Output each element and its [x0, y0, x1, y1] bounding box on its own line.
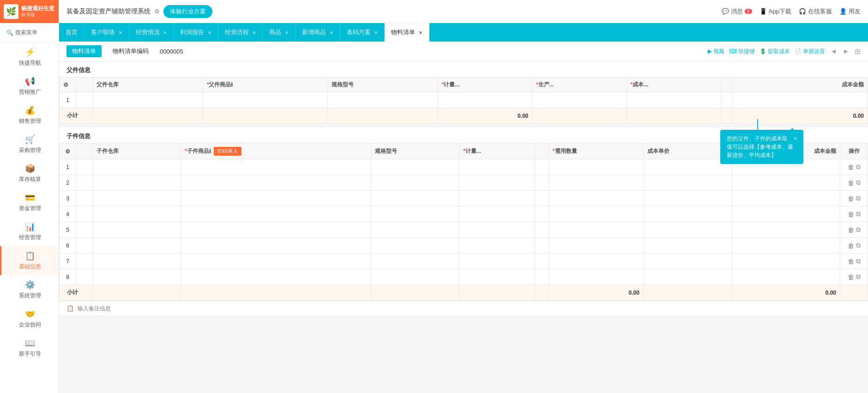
parent-cell-spec-1[interactable] [328, 92, 438, 108]
toolbar-tab-bom-code[interactable]: 物料清单编码 [107, 45, 154, 57]
child-unitcost-8[interactable] [643, 269, 731, 285]
remark-input[interactable] [78, 305, 861, 312]
nav-tab-close-history[interactable]: × [253, 29, 256, 36]
child-warehouse-4[interactable] [93, 206, 181, 222]
child-product-6[interactable] [181, 238, 371, 254]
delete-icon-1[interactable]: 🗑 [848, 163, 854, 171]
child-product-7[interactable] [181, 254, 371, 269]
child-spec-8[interactable] [371, 269, 459, 285]
child-unit-5[interactable] [459, 222, 535, 238]
copy-icon-5[interactable]: ⧉ [856, 226, 861, 234]
delete-icon-2[interactable]: 🗑 [848, 179, 854, 187]
child-unit-8[interactable] [459, 269, 535, 285]
delete-icon-8[interactable]: 🗑 [848, 273, 854, 281]
copy-icon-4[interactable]: ⧉ [856, 210, 861, 218]
tooltip-close-button[interactable]: × [794, 134, 797, 143]
online-service-button[interactable]: 🎧 在线客服 [799, 7, 832, 16]
child-spec-7[interactable] [371, 254, 459, 269]
nav-tab-profit[interactable]: 利润报告× [174, 23, 218, 42]
shortcut-action[interactable]: ⌨ 快捷键 [729, 48, 755, 55]
nav-tab-customers[interactable]: 客户联络× [84, 23, 129, 42]
child-unitcost-6[interactable] [643, 238, 731, 254]
sidebar-item-system[interactable]: ⚙️系统管理 [0, 275, 59, 304]
child-warehouse-8[interactable] [93, 269, 181, 285]
nav-tab-close-new-goods[interactable]: × [330, 29, 333, 36]
nav-tab-close-barcode[interactable]: × [374, 29, 378, 36]
nav-tab-operations[interactable]: 经营情况× [129, 23, 174, 42]
nav-tab-history[interactable]: 经营历程× [218, 23, 263, 42]
extract-cost-action[interactable]: 💲 提取成本 [760, 48, 790, 55]
child-unit-1[interactable] [459, 159, 535, 175]
child-quantity-6[interactable] [549, 238, 644, 254]
nav-tab-goods[interactable]: 商品× [263, 23, 295, 42]
child-quantity-4[interactable] [549, 206, 644, 222]
child-unitcost-7[interactable] [643, 254, 731, 269]
child-unitcost-3[interactable] [643, 191, 731, 206]
user-avatar[interactable]: 👤 用友 [839, 7, 861, 16]
child-quantity-2[interactable] [549, 175, 644, 191]
child-product-5[interactable] [181, 222, 371, 238]
child-unit-6[interactable] [459, 238, 535, 254]
child-spec-3[interactable] [371, 191, 459, 206]
nav-tab-bom[interactable]: 物料清单× [385, 23, 429, 42]
sidebar-item-quick-nav[interactable]: ⚡快捷导航 [0, 42, 59, 72]
copy-icon-6[interactable]: ⧉ [856, 242, 861, 249]
sidebar-item-guide[interactable]: 📖新手引导 [0, 333, 59, 363]
nav-tab-close-operations[interactable]: × [163, 29, 167, 36]
nav-arrow-left[interactable]: ◀ [830, 47, 838, 55]
nav-arrow-right[interactable]: ▶ [842, 47, 850, 55]
message-button[interactable]: 💬 消息 6 [722, 7, 752, 16]
nav-tab-barcode[interactable]: 条码方案× [340, 23, 385, 42]
sidebar-item-finance[interactable]: 💳资金管理 [0, 188, 59, 217]
app-download-button[interactable]: 📱 App下载 [760, 7, 791, 16]
nav-tab-close-bom[interactable]: × [419, 29, 422, 36]
copy-icon-8[interactable]: ⧉ [856, 273, 861, 281]
delete-icon-7[interactable]: 🗑 [848, 258, 854, 265]
scan-button[interactable]: 扫码录入 [214, 147, 241, 156]
delete-icon-5[interactable]: 🗑 [848, 226, 854, 234]
child-quantity-3[interactable] [549, 191, 644, 206]
toolbar-tab-bom[interactable]: 物料清单 [66, 45, 102, 57]
trial-button[interactable]: 体验行业方案 [163, 5, 212, 18]
child-warehouse-5[interactable] [93, 222, 181, 238]
child-product-2[interactable] [181, 175, 371, 191]
delete-icon-4[interactable]: 🗑 [848, 211, 854, 218]
child-unitcost-4[interactable] [643, 206, 731, 222]
sidebar-item-purchase[interactable]: 🛒采购管理 [0, 130, 59, 159]
delete-icon-3[interactable]: 🗑 [848, 195, 854, 202]
child-spec-1[interactable] [371, 159, 459, 175]
child-spec-4[interactable] [371, 206, 459, 222]
parent-cell-cost-1[interactable] [627, 92, 721, 108]
nav-tab-new-goods[interactable]: 新增商品× [295, 23, 340, 42]
sidebar-item-enterprise[interactable]: 🤝企业协同 [0, 304, 59, 333]
nav-tab-home[interactable]: 首页 [59, 23, 84, 42]
nav-tab-close-customers[interactable]: × [119, 29, 122, 36]
child-unitcost-1[interactable] [643, 159, 731, 175]
nav-tab-close-goods[interactable]: × [285, 29, 289, 36]
child-product-1[interactable] [181, 159, 371, 175]
child-unit-7[interactable] [459, 254, 535, 269]
sidebar-item-marketing[interactable]: 📢营销推广 [0, 72, 59, 101]
child-warehouse-7[interactable] [93, 254, 181, 269]
child-warehouse-3[interactable] [93, 191, 181, 206]
parent-th-settings[interactable]: ⚙ [60, 78, 76, 92]
child-warehouse-1[interactable] [93, 159, 181, 175]
parent-cell-warehouse-1[interactable] [93, 92, 203, 108]
view-action[interactable]: ▶ 视频 [708, 48, 724, 55]
parent-cell-product-1[interactable] [203, 92, 328, 108]
child-product-3[interactable] [181, 191, 371, 206]
copy-icon-3[interactable]: ⧉ [856, 194, 861, 202]
sidebar-item-sales[interactable]: 💰销售管理 [0, 101, 59, 130]
child-unit-4[interactable] [459, 206, 535, 222]
child-th-settings[interactable]: ⚙ [60, 144, 76, 159]
child-unitcost-2[interactable] [643, 175, 731, 191]
child-quantity-1[interactable] [549, 159, 644, 175]
child-spec-6[interactable] [371, 238, 459, 254]
copy-icon-7[interactable]: ⧉ [856, 257, 861, 265]
grid-icon[interactable]: ⊞ [855, 47, 861, 56]
child-unitcost-5[interactable] [643, 222, 731, 238]
child-unit-2[interactable] [459, 175, 535, 191]
child-warehouse-6[interactable] [93, 238, 181, 254]
search-menu-button[interactable]: 🔍 搜索菜单 [4, 27, 55, 38]
delete-icon-6[interactable]: 🗑 [848, 242, 854, 249]
